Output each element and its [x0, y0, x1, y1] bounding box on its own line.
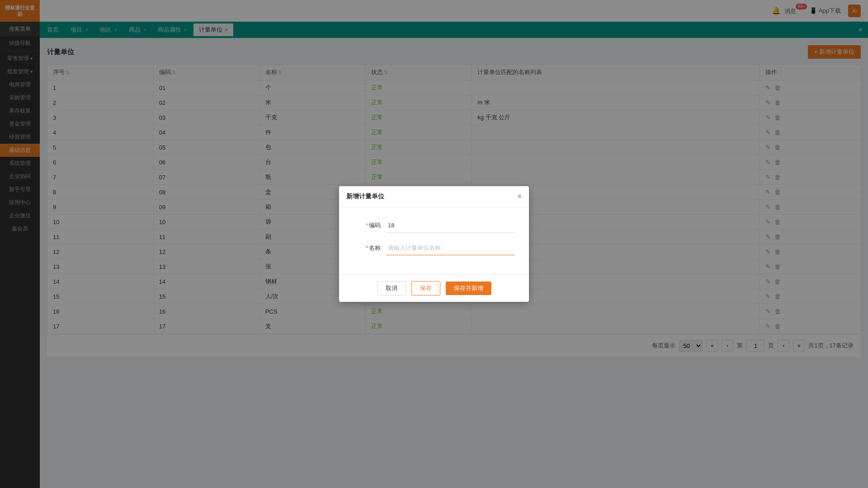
form-row-name: 名称 [354, 241, 514, 255]
dialog-close-button[interactable]: × [518, 192, 522, 201]
dialog-title: 新增计量单位 [346, 192, 384, 201]
dialog-body: 编码 名称 [339, 207, 529, 274]
add-unit-dialog: 新增计量单位 × 编码 名称 取消 保存 保存并新增 [339, 186, 529, 302]
save-button[interactable]: 保存 [411, 281, 440, 296]
cancel-button[interactable]: 取消 [377, 281, 406, 296]
modal-overlay[interactable]: 新增计量单位 × 编码 名称 取消 保存 保存并新增 [0, 0, 868, 488]
code-input[interactable] [386, 218, 514, 233]
form-row-code: 编码 [354, 218, 514, 233]
dialog-footer: 取消 保存 保存并新增 [339, 274, 529, 302]
name-label: 名称 [354, 244, 381, 252]
code-label: 编码 [354, 221, 381, 230]
name-input[interactable] [386, 241, 514, 255]
dialog-header: 新增计量单位 × [339, 186, 529, 207]
save-and-new-button[interactable]: 保存并新增 [446, 282, 491, 295]
